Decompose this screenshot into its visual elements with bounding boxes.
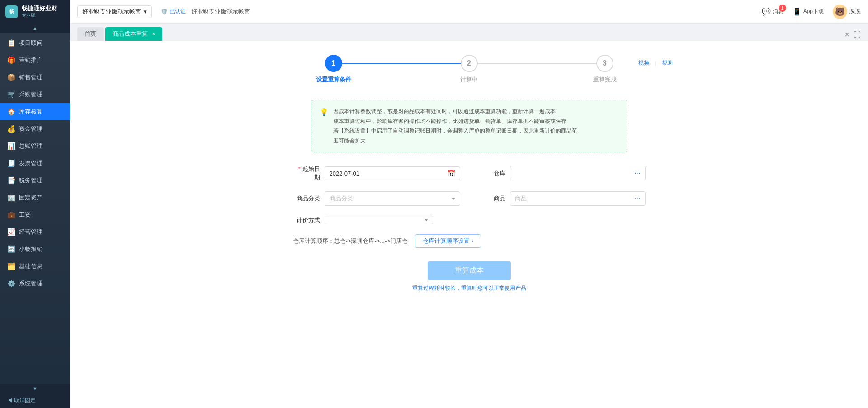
- tab-recalc[interactable]: 商品成本重算 ×: [105, 27, 162, 41]
- pricing-label: 计价方式: [293, 216, 325, 224]
- step-1-label: 设置重算条件: [316, 76, 351, 84]
- step-3-number: 3: [603, 59, 607, 67]
- basic-icon: 🗂️: [7, 262, 15, 270]
- sidebar-item-label: 工资: [19, 211, 31, 219]
- info-box-content: 因成本计算参数调整，或是对商品成本有疑问时，可以通过成本重算功能，重新计算一遍成…: [333, 107, 577, 146]
- info-icon: 💡: [320, 108, 329, 146]
- form-row-1: 起始日期 2022-07-01 📅 仓库 ···: [293, 165, 646, 181]
- sidebar-item-purchase[interactable]: 🛒 采购管理: [0, 86, 70, 103]
- app-download-button[interactable]: 📱 App下载: [793, 7, 824, 16]
- form-field-start-date: 起始日期 2022-07-01 📅: [293, 165, 460, 181]
- warehouse-input[interactable]: ···: [510, 166, 646, 180]
- sidebar-item-label: 发票管理: [19, 159, 42, 167]
- purchase-icon: 🛒: [7, 90, 15, 99]
- help-video-link[interactable]: 视频: [638, 59, 649, 67]
- sidebar-item-basic[interactable]: 🗂️ 基础信息: [0, 258, 70, 275]
- finance-icon: 💰: [7, 125, 15, 133]
- form-field-warehouse: 仓库 ···: [478, 166, 646, 180]
- goods-more-icon[interactable]: ···: [631, 195, 640, 203]
- recalc-button[interactable]: 重算成本: [428, 261, 511, 280]
- message-icon: 💬: [762, 7, 771, 16]
- sidebar-item-inventory[interactable]: 🏠 库存核算: [0, 103, 70, 120]
- warehouse-order-label: 仓库计算顺序：总仓->深圳仓库->...->门店仓: [293, 237, 408, 245]
- steps-help: 视频 | 帮助: [638, 59, 672, 67]
- sidebar-item-project[interactable]: 📋 项目顾问: [0, 34, 70, 52]
- sidebar-item-operations[interactable]: 📈 经营管理: [0, 223, 70, 241]
- tabbar: 首页 商品成本重算 × ✕ ⛶: [70, 24, 868, 41]
- step-2-circle: 2: [461, 55, 478, 72]
- avatar: 🐻: [833, 5, 847, 19]
- sidebar-item-sales[interactable]: 📦 销售管理: [0, 69, 70, 86]
- verified-badge: 🛡️ 已认证: [161, 8, 186, 15]
- user-avatar-button[interactable]: 🐻 珠珠: [833, 5, 861, 19]
- main-area: 好业财专业版演示帐套 ▾ 🛡️ 已认证 好业财专业版演示帐套 💬 消息 1 📱 …: [70, 0, 868, 408]
- sidebar-item-expense[interactable]: 🔄 小畅报销: [0, 241, 70, 258]
- tab-actions: ✕ ⛶: [844, 30, 861, 41]
- pricing-chevron-icon: [425, 219, 428, 221]
- inventory-icon: 🏠: [7, 108, 15, 116]
- verified-account-name: 好业财专业版演示帐套: [191, 8, 250, 16]
- topbar-right: 💬 消息 1 📱 App下载 🐻 珠珠: [762, 5, 861, 19]
- category-select[interactable]: 商品分类: [325, 191, 460, 206]
- info-line-4: 围可能会扩大: [333, 136, 577, 146]
- tab-home[interactable]: 首页: [77, 27, 104, 41]
- start-date-input[interactable]: 2022-07-01 📅: [325, 166, 460, 180]
- invoice-icon: 🧾: [7, 159, 15, 167]
- account-selector[interactable]: 好业财专业版演示帐套 ▾: [77, 5, 152, 18]
- account-dropdown-icon: ▾: [144, 8, 147, 15]
- sidebar-item-finance[interactable]: 💰 资金管理: [0, 120, 70, 138]
- sidebar-item-tax[interactable]: 📑 税务管理: [0, 172, 70, 189]
- recalc-btn-label: 重算成本: [455, 266, 484, 274]
- tab-recalc-label: 商品成本重算: [113, 30, 148, 37]
- goods-input[interactable]: 商品 ···: [510, 191, 646, 206]
- maximize-window-icon[interactable]: ⛶: [854, 31, 861, 39]
- sidebar-scroll-down[interactable]: ▼: [0, 384, 70, 393]
- sidebar-item-label: 项目顾问: [19, 39, 42, 47]
- warehouse-order-settings-button[interactable]: 仓库计算顺序设置 ›: [415, 234, 481, 248]
- sidebar-item-label: 采购管理: [19, 90, 42, 99]
- sidebar-item-label: 库存核算: [19, 108, 42, 116]
- close-window-icon[interactable]: ✕: [844, 30, 850, 39]
- help-link[interactable]: 帮助: [662, 59, 673, 67]
- sidebar-item-invoice[interactable]: 🧾 发票管理: [0, 155, 70, 172]
- tab-close-icon[interactable]: ×: [152, 31, 155, 37]
- step-1-number: 1: [331, 59, 335, 67]
- step-1-circle: 1: [325, 55, 342, 72]
- operations-icon: 📈: [7, 228, 15, 236]
- form-row-pricing: 计价方式: [293, 216, 646, 224]
- sidebar: 畅 畅捷通好业财 专业版 ▲ 📋 项目顾问 🎁 营销推广 📦 销售管理 🛒 采购…: [0, 0, 70, 408]
- tax-icon: 📑: [7, 176, 15, 185]
- sidebar-item-payroll[interactable]: 💼 工资: [0, 206, 70, 223]
- sidebar-item-label: 系统管理: [19, 280, 42, 288]
- messages-badge: 1: [779, 5, 786, 12]
- app-edition: 专业版: [22, 12, 57, 19]
- pricing-select[interactable]: [325, 216, 433, 224]
- sidebar-nav: 📋 项目顾问 🎁 营销推广 📦 销售管理 🛒 采购管理 🏠 库存核算 💰 资金管…: [0, 33, 70, 384]
- sidebar-item-label: 小畅报销: [19, 245, 42, 253]
- app-name: 畅捷通好业财: [22, 5, 57, 12]
- warehouse-label: 仓库: [478, 169, 510, 177]
- sidebar-item-label: 销售管理: [19, 73, 42, 81]
- sidebar-scroll-up[interactable]: ▲: [0, 24, 70, 33]
- step-2-label: 计算中: [460, 76, 478, 84]
- sidebar-item-assets[interactable]: 🏢 固定资产: [0, 189, 70, 206]
- topbar: 好业财专业版演示帐套 ▾ 🛡️ 已认证 好业财专业版演示帐套 💬 消息 1 📱 …: [70, 0, 868, 24]
- form-row-2: 商品分类 商品分类 商品 商品 ···: [293, 191, 646, 206]
- help-separator: |: [655, 60, 656, 66]
- sidebar-item-system[interactable]: ⚙️ 系统管理: [0, 275, 70, 292]
- sidebar-item-accounting[interactable]: 📊 总账管理: [0, 138, 70, 155]
- sidebar-item-marketing[interactable]: 🎁 营销推广: [0, 52, 70, 69]
- form-field-category: 商品分类 商品分类: [293, 191, 460, 206]
- warehouse-more-icon[interactable]: ···: [631, 169, 640, 177]
- sidebar-unpin[interactable]: ◀ 取消固定: [0, 393, 70, 408]
- sidebar-item-label: 基础信息: [19, 262, 42, 270]
- sidebar-item-label: 营销推广: [19, 56, 42, 64]
- info-box: 💡 因成本计算参数调整，或是对商品成本有疑问时，可以通过成本重算功能，重新计算一…: [311, 100, 627, 152]
- messages-button[interactable]: 💬 消息 1: [762, 7, 783, 16]
- sales-icon: 📦: [7, 73, 15, 81]
- info-line-2: 成本重算过程中，影响库存账的操作均不能操作，比如进货单、销货单、库存单据不能审核…: [333, 117, 577, 127]
- steps-indicator: 1 设置重算条件 2 计算中 3 重算完成 视频 |: [266, 55, 673, 84]
- calendar-icon[interactable]: 📅: [448, 170, 455, 177]
- warehouse-order-btn-label: 仓库计算顺序设置 ›: [423, 237, 473, 245]
- system-icon: ⚙️: [7, 280, 15, 288]
